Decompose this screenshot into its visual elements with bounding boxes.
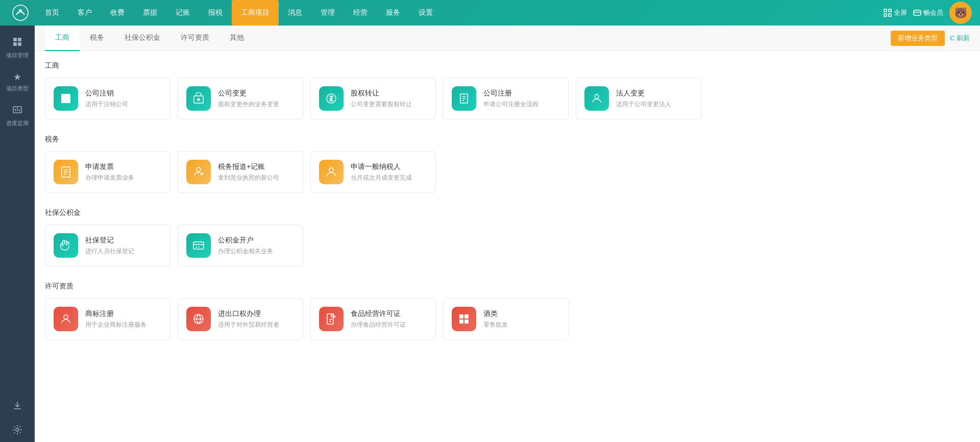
- top-navigation: 首页客户收费票据记账报税工商项目消息管理经营服务设置 全屏 畅会员 🐻: [0, 0, 980, 26]
- card-title-股权转让: 股权转让: [351, 89, 427, 98]
- svg-rect-44: [464, 314, 469, 318]
- sidebar-item-project-management[interactable]: 项目管理: [0, 31, 35, 65]
- card-title-申请发票: 申请发票: [85, 162, 162, 171]
- card-text-社保登记: 社保登记进行人员社保登记: [85, 236, 162, 256]
- card-desc-法人变更: 适用于公司变更法人: [616, 100, 693, 109]
- service-card-社保登记[interactable]: 社保登记进行人员社保登记: [45, 225, 170, 266]
- card-text-公司变更: 公司变更股权变更外的业务变更: [218, 89, 295, 109]
- sidebar-label-project-type: 项目类型: [6, 85, 29, 92]
- svg-point-1: [19, 9, 22, 12]
- svg-point-32: [197, 167, 201, 171]
- mascot: 🐻: [949, 2, 972, 24]
- svg-rect-9: [18, 38, 21, 41]
- card-icon-酒类: [452, 307, 476, 331]
- card-title-社保登记: 社保登记: [85, 236, 162, 245]
- nav-item-记账[interactable]: 记账: [166, 0, 199, 26]
- svg-rect-11: [18, 42, 21, 46]
- content-scroll[interactable]: 工商公司注销适用于注销公司公司变更股权变更外的业务变更股权转让公司变更需要股权转…: [35, 51, 980, 442]
- section-title-许可资质: 许可资质: [45, 282, 970, 291]
- card-title-食品经营许可证: 食品经营许可证: [351, 309, 427, 318]
- card-text-酒类: 酒类零售批发: [483, 309, 560, 329]
- member-btn[interactable]: 畅会员: [913, 8, 943, 17]
- service-card-法人变更[interactable]: 法人变更适用于公司变更法人: [576, 78, 701, 119]
- nav-item-设置[interactable]: 设置: [409, 0, 442, 26]
- sidebar-item-project-type[interactable]: ★ 项目类型: [0, 65, 35, 99]
- card-desc-税务报道+记账: 拿到营业执照的新公司: [218, 174, 295, 182]
- nav-item-管理[interactable]: 管理: [311, 0, 344, 26]
- card-icon-法人变更: [584, 86, 609, 111]
- svg-rect-46: [464, 320, 469, 324]
- card-icon-商标注册: [54, 307, 78, 331]
- nav-item-服务[interactable]: 服务: [377, 0, 409, 26]
- tab-社保公积金[interactable]: 社保公积金: [114, 26, 170, 51]
- nav-item-票据[interactable]: 票据: [134, 0, 166, 26]
- card-desc-股权转让: 公司变更需要股权转让: [351, 100, 427, 109]
- service-card-公司注册[interactable]: 公司注册申请公司注册全流程: [443, 78, 569, 119]
- sidebar: 项目管理 ★ 项目类型 进度监测: [0, 26, 35, 442]
- nav-item-消息[interactable]: 消息: [279, 0, 311, 26]
- progress-monitor-icon: [12, 105, 22, 117]
- cards-grid-工商: 公司注销适用于注销公司公司变更股权变更外的业务变更股权转让公司变更需要股权转让公…: [45, 78, 970, 119]
- service-card-税务报道+记账[interactable]: 税务报道+记账拿到营业执照的新公司: [178, 151, 303, 193]
- tab-工商[interactable]: 工商: [45, 26, 80, 51]
- card-desc-社保登记: 进行人员社保登记: [85, 247, 162, 256]
- sidebar-download-btn[interactable]: [0, 393, 35, 418]
- svg-rect-2: [884, 9, 887, 12]
- card-desc-公积金开户: 办理公积金相关业务: [218, 247, 295, 256]
- tab-许可资质[interactable]: 许可资质: [170, 26, 219, 51]
- svg-rect-3: [889, 9, 891, 12]
- nav-item-收费[interactable]: 收费: [101, 0, 134, 26]
- card-text-公积金开户: 公积金开户办理公积金相关业务: [218, 236, 295, 256]
- tab-其他[interactable]: 其他: [219, 26, 254, 51]
- service-card-公司注销[interactable]: 公司注销适用于注销公司: [45, 78, 170, 119]
- svg-point-38: [64, 315, 68, 319]
- logo: [5, 5, 36, 21]
- svg-rect-34: [193, 242, 204, 249]
- tabs-container: 工商税务社保公积金许可资质其他: [45, 26, 891, 51]
- card-text-股权转让: 股权转让公司变更需要股权转让: [351, 89, 427, 109]
- service-card-食品经营许可证[interactable]: 食品经营许可证办理食品经营许可证: [310, 298, 436, 340]
- card-icon-申请一般纳税人: [319, 160, 344, 184]
- service-card-商标注册[interactable]: 商标注册用于企业商标注册服务: [45, 298, 170, 340]
- fullscreen-btn[interactable]: 全屏: [884, 8, 907, 17]
- svg-rect-40: [327, 314, 333, 324]
- card-title-酒类: 酒类: [483, 309, 560, 318]
- sidebar-item-progress-monitor[interactable]: 进度监测: [0, 99, 35, 133]
- service-card-酒类[interactable]: 酒类零售批发: [443, 298, 569, 340]
- service-card-申请一般纳税人[interactable]: 申请一般纳税人当月或次月成变更完成: [310, 151, 436, 193]
- refresh-button[interactable]: C 刷新: [950, 34, 970, 43]
- nav-item-工商项目[interactable]: 工商项目: [232, 0, 279, 26]
- nav-item-首页[interactable]: 首页: [36, 0, 68, 26]
- card-icon-股权转让: [319, 86, 344, 111]
- svg-rect-8: [13, 38, 17, 41]
- nav-item-报税[interactable]: 报税: [199, 0, 232, 26]
- card-text-公司注册: 公司注册申请公司注册全流程: [483, 89, 560, 109]
- card-desc-申请一般纳税人: 当月或次月成变更完成: [351, 174, 427, 182]
- card-icon-进出口权办理: [186, 307, 211, 331]
- add-type-button[interactable]: 新增业务类型: [891, 31, 945, 46]
- tab-actions: 新增业务类型 C 刷新: [891, 31, 970, 46]
- svg-point-21: [198, 99, 200, 101]
- card-desc-酒类: 零售批发: [483, 321, 560, 329]
- card-title-商标注册: 商标注册: [85, 309, 162, 318]
- nav-item-客户[interactable]: 客户: [68, 0, 101, 26]
- card-icon-税务报道+记账: [186, 160, 211, 184]
- card-title-申请一般纳税人: 申请一般纳税人: [351, 162, 427, 171]
- card-desc-公司变更: 股权变更外的业务变更: [218, 100, 295, 109]
- service-card-公司变更[interactable]: 公司变更股权变更外的业务变更: [178, 78, 303, 119]
- cards-grid-许可资质: 商标注册用于企业商标注册服务进出口权办理适用于对外贸易经营者食品经营许可证办理食…: [45, 298, 970, 340]
- nav-items: 首页客户收费票据记账报税工商项目消息管理经营服务设置: [36, 0, 884, 26]
- service-card-申请发票[interactable]: 申请发票办理申请发票业务: [45, 151, 170, 193]
- card-desc-进出口权办理: 适用于对外贸易经营者: [218, 321, 295, 329]
- service-card-进出口权办理[interactable]: 进出口权办理适用于对外贸易经营者: [178, 298, 303, 340]
- tab-税务[interactable]: 税务: [80, 26, 114, 51]
- sidebar-settings-btn[interactable]: [0, 418, 35, 442]
- service-card-公积金开户[interactable]: 公积金开户办理公积金相关业务: [178, 225, 303, 266]
- svg-rect-45: [459, 320, 463, 324]
- card-icon-公司变更: [186, 86, 211, 111]
- card-desc-食品经营许可证: 办理食品经营许可证: [351, 321, 427, 329]
- service-card-股权转让[interactable]: 股权转让公司变更需要股权转让: [310, 78, 436, 119]
- sidebar-bottom: [0, 393, 35, 442]
- nav-item-经营[interactable]: 经营: [344, 0, 377, 26]
- card-desc-商标注册: 用于企业商标注册服务: [85, 321, 162, 329]
